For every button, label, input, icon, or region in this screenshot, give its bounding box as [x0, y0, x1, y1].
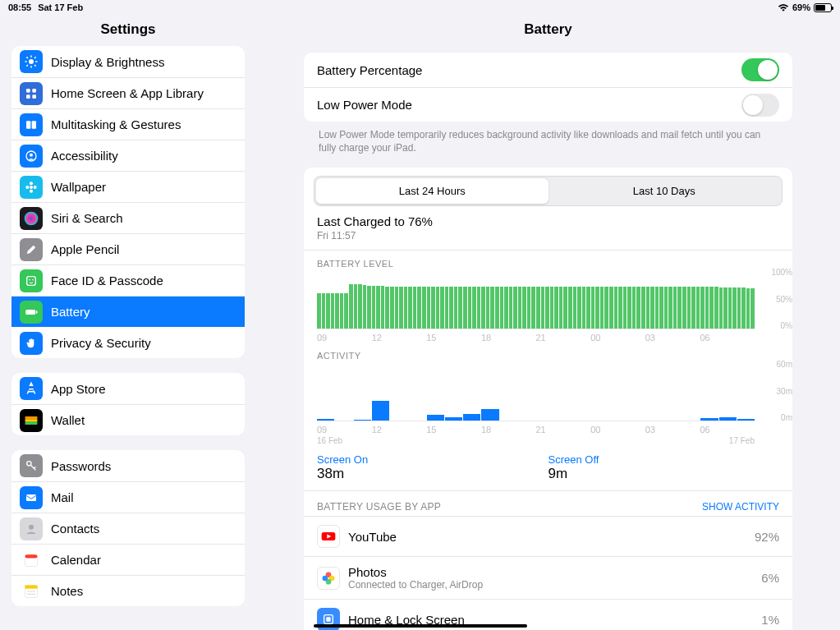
svg-point-0	[29, 59, 34, 64]
sidebar-item-calendar[interactable]: Calendar	[11, 544, 245, 575]
battery-percentage-toggle[interactable]	[741, 58, 779, 81]
svg-point-21	[34, 186, 37, 189]
app-row-photos[interactable]: PhotosConnected to Charger, AirDrop6%	[304, 556, 792, 599]
usage-head: BATTERY USAGE BY APP	[317, 501, 441, 513]
time-range-segmented[interactable]: Last 24 Hours Last 10 Days	[314, 176, 783, 206]
sidebar-item-privacy-security[interactable]: Privacy & Security	[11, 327, 245, 358]
low-power-mode-toggle[interactable]	[741, 94, 779, 117]
sidebar-item-multitasking-gestures[interactable]: Multitasking & Gestures	[11, 108, 245, 140]
sidebar-item-label: App Store	[51, 382, 106, 396]
tab-last-10-days[interactable]: Last 10 Days	[549, 178, 781, 204]
svg-line-5	[26, 57, 28, 58]
sidebar-item-contacts[interactable]: Contacts	[11, 513, 245, 544]
screen-on-stat[interactable]: Screen On 38m	[317, 453, 549, 482]
sidebar-item-label: Apple Pencil	[51, 242, 119, 256]
low-power-mode-row[interactable]: Low Power Mode	[304, 87, 792, 122]
grid-icon	[20, 82, 43, 105]
sidebar-item-label: Wallpaper	[51, 180, 106, 194]
hand-icon	[20, 332, 43, 355]
sidebar-item-label: Home Screen & App Library	[51, 86, 204, 100]
sidebar-item-label: Multitasking & Gestures	[51, 117, 181, 131]
svg-point-16	[30, 153, 33, 156]
sidebar-item-battery[interactable]: Battery	[11, 296, 245, 327]
svg-point-17	[30, 186, 33, 189]
svg-point-44	[323, 576, 328, 582]
status-date: Sat 17 Feb	[38, 2, 83, 12]
low-power-mode-label: Low Power Mode	[317, 98, 741, 112]
svg-rect-32	[26, 494, 36, 501]
page-title: Battery	[256, 15, 840, 46]
svg-point-25	[32, 278, 34, 280]
svg-rect-35	[25, 554, 38, 558]
last-charged-sub: Fri 11:57	[317, 230, 779, 241]
sidebar-item-wallet[interactable]: Wallet	[11, 404, 245, 435]
sidebar-item-apple-pencil[interactable]: Apple Pencil	[11, 233, 245, 264]
pencil-icon	[20, 238, 43, 261]
app-pct: 92%	[755, 530, 779, 544]
sidebar-item-notes[interactable]: Notes	[11, 575, 245, 606]
sidebar-item-face-id-passcode[interactable]: Face ID & Passcode	[11, 264, 245, 296]
app-pct: 1%	[761, 613, 779, 627]
sidebar-item-display-brightness[interactable]: Display & Brightness	[11, 46, 245, 77]
sun-icon	[20, 50, 43, 73]
app-sub: Connected to Charger, AirDrop	[348, 579, 483, 591]
sidebar-item-label: Contacts	[51, 522, 99, 536]
battery-level-chart: 100% 50% 0% 0912151821000306	[304, 270, 792, 343]
sidebar-item-accessibility[interactable]: Accessibility	[11, 140, 245, 171]
svg-point-31	[27, 462, 31, 466]
sidebar-item-label: Calendar	[51, 553, 101, 567]
sidebar-title: Settings	[0, 15, 256, 46]
sidebar-item-label: Siri & Search	[51, 211, 123, 225]
sidebar-item-label: Accessibility	[51, 149, 118, 163]
svg-line-6	[34, 65, 36, 67]
main-scroll[interactable]: Battery Percentage Low Power Mode Low Po…	[256, 46, 840, 630]
show-activity-link[interactable]: SHOW ACTIVITY	[702, 501, 779, 513]
svg-rect-9	[26, 89, 30, 93]
app-row-youtube[interactable]: YouTube92%	[304, 516, 792, 556]
sidebar-item-label: Display & Brightness	[51, 55, 164, 69]
svg-point-19	[30, 189, 33, 192]
sidebar-item-mail[interactable]: Mail	[11, 481, 245, 513]
sidebar-item-label: Mail	[51, 490, 74, 504]
sidebar-item-app-store[interactable]: App Store	[11, 373, 245, 404]
svg-point-24	[29, 278, 30, 280]
status-time: 08:55	[8, 2, 31, 12]
svg-rect-14	[32, 121, 36, 128]
contacts-icon	[20, 517, 43, 540]
wallet-icon	[20, 409, 43, 432]
rects-icon	[20, 113, 43, 136]
wifi-icon	[778, 3, 789, 12]
svg-rect-37	[25, 585, 38, 588]
tab-last-24-hours[interactable]: Last 24 Hours	[316, 178, 549, 204]
app-name: Photos	[348, 565, 483, 579]
sidebar-item-label: Passwords	[51, 459, 111, 473]
status-battery-pct: 69%	[792, 2, 810, 12]
home-indicator[interactable]	[314, 624, 527, 628]
key-icon	[20, 454, 43, 477]
svg-rect-12	[32, 94, 36, 99]
sidebar-item-home-screen-app-library[interactable]: Home Screen & App Library	[11, 77, 245, 108]
svg-rect-26	[25, 310, 35, 315]
svg-rect-11	[26, 94, 30, 99]
battery-stats-card: Last 24 Hours Last 10 Days Last Charged …	[304, 168, 792, 630]
svg-rect-29	[25, 419, 38, 421]
screen-off-stat[interactable]: Screen Off 9m	[549, 453, 780, 482]
app-name: YouTube	[348, 530, 397, 544]
svg-point-22	[25, 211, 39, 225]
svg-line-8	[34, 57, 36, 58]
sidebar-item-passwords[interactable]: Passwords	[11, 450, 245, 481]
sidebar-item-siri-search[interactable]: Siri & Search	[11, 202, 245, 233]
sidebar-scroll[interactable]: Display & BrightnessHome Screen & App Li…	[0, 46, 256, 630]
person-icon	[20, 145, 43, 168]
sidebar-item-label: Wallet	[51, 413, 85, 427]
activity-chart: 60m 30m 0m 0912151821000306	[304, 362, 792, 435]
svg-line-7	[26, 65, 28, 67]
settings-card: Battery Percentage Low Power Mode	[304, 53, 792, 122]
battery-percentage-row[interactable]: Battery Percentage	[304, 53, 792, 87]
sidebar-item-label: Privacy & Security	[51, 336, 151, 350]
status-bar: 08:55 Sat 17 Feb 69%	[0, 0, 840, 15]
battery-detail: Battery Battery Percentage Low Power Mod…	[256, 15, 840, 630]
sidebar-item-wallpaper[interactable]: Wallpaper	[11, 171, 245, 202]
notes-icon	[20, 580, 43, 603]
youtube-icon	[317, 525, 340, 548]
